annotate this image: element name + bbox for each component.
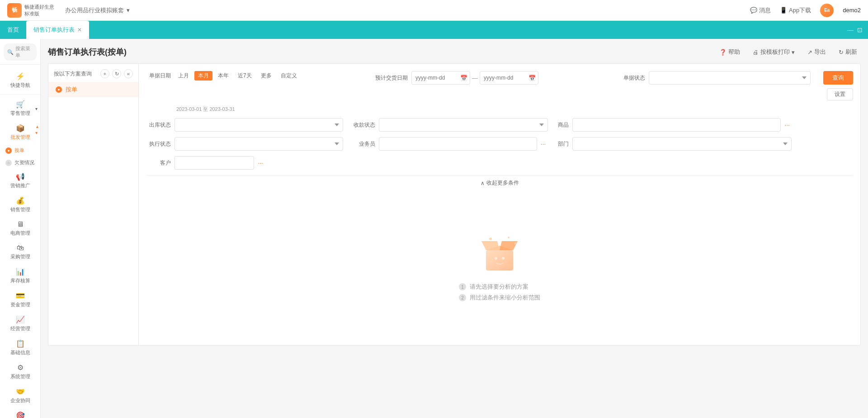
filter-section: 单据日期 上月 本月 本年 近7天 更多 自定义 xyxy=(146,71,853,190)
delivery-status-select[interactable] xyxy=(175,118,343,132)
sidebar-item-newbie[interactable]: 🎯 新手引导 xyxy=(0,408,40,418)
sidebar-search[interactable]: 🔍 搜索菜单 xyxy=(0,39,40,65)
date-separator: — xyxy=(472,75,478,81)
sidebar-item-label: 资金管理 xyxy=(10,301,30,308)
salesperson-multi-select-icon[interactable]: ··· xyxy=(539,140,548,147)
svg-point-5 xyxy=(489,238,492,240)
sidebar-item-inventory[interactable]: 📊 库存核算 xyxy=(0,264,40,288)
sidebar-item-system[interactable]: ⚙ 系统管理 xyxy=(0,360,40,384)
left-panel-item-order[interactable]: ● 按单 xyxy=(48,82,138,97)
sales-icon: 💰 xyxy=(16,196,25,205)
refresh-button[interactable]: ↻ 刷新 xyxy=(835,46,861,58)
search-icon: 🔍 xyxy=(7,49,14,55)
salesperson-label: 业务员 xyxy=(350,140,375,148)
message-button[interactable]: 💬 消息 xyxy=(750,6,771,14)
product-multi-select-icon[interactable]: ··· xyxy=(783,121,792,128)
date-tab-more[interactable]: 更多 xyxy=(257,71,275,81)
sidebar-item-label: 营销推广 xyxy=(10,182,30,189)
breadcrumb[interactable]: 办公用品行业模拟账套 ▾ xyxy=(65,6,130,14)
empty-state-icon xyxy=(477,232,522,277)
sidebar-item-label: 电商管理 xyxy=(10,230,30,237)
customer-multi-select-icon[interactable]: ··· xyxy=(256,159,265,166)
svg-point-9 xyxy=(502,257,505,260)
tab-sales-exec[interactable]: 销售订单执行表 ✕ xyxy=(26,21,89,39)
date-tab-last-month[interactable]: 上月 xyxy=(175,71,193,81)
tip-num-1: 1 xyxy=(459,283,466,290)
execution-status-select[interactable] xyxy=(175,137,343,151)
collapse-panel-button[interactable]: « xyxy=(124,69,133,78)
left-panel-header-actions: + ↻ « xyxy=(100,69,133,78)
sidebar-item-purchase[interactable]: 🛍 采购管理 xyxy=(0,240,40,264)
sidebar-sub-item-order[interactable]: ● 按单 xyxy=(0,144,40,157)
tab-maximize-icon[interactable]: ⊡ xyxy=(857,26,863,33)
left-panel-item-label: 按单 xyxy=(66,86,77,94)
search-input-area[interactable]: 🔍 搜索菜单 xyxy=(4,43,37,61)
customer-input[interactable] xyxy=(175,156,254,170)
debt-dot: ○ xyxy=(5,160,12,166)
date-tab-this-month[interactable]: 本月 xyxy=(194,71,212,81)
sidebar-nav: ⚡ 快捷导航 🛒 零售管理 📦 批发管理 ▴ ● 按单 ○ 欠资情况 📢 营销推… xyxy=(0,65,40,418)
tab-home[interactable]: 首页 xyxy=(0,21,26,39)
collapse-icon: « xyxy=(127,71,130,76)
refresh-scheme-button[interactable]: ↻ xyxy=(112,69,121,78)
date-label: 单据日期 xyxy=(146,72,171,80)
expected-delivery-range: 📅 — 📅 xyxy=(411,71,538,85)
payment-status-select[interactable] xyxy=(379,118,547,132)
expected-delivery-start-input[interactable] xyxy=(411,71,470,85)
sidebar-item-operation[interactable]: 📈 经营管理 xyxy=(0,312,40,336)
template-print-button[interactable]: 🖨 按模板打印 ▾ xyxy=(749,46,798,58)
sidebar-item-label: 销售管理 xyxy=(10,206,30,213)
tab-close-icon[interactable]: ✕ xyxy=(77,27,82,33)
sidebar-item-finance[interactable]: 💳 资金管理 xyxy=(0,288,40,312)
salesperson-input[interactable] xyxy=(379,137,537,151)
app-download-button[interactable]: 📱 App下载 xyxy=(780,6,811,14)
search-label: 搜索菜单 xyxy=(15,45,33,59)
date-range-hint: 2023-03-01 至 2023-03-31 xyxy=(176,106,235,113)
avatar-placeholder: Ea xyxy=(824,8,830,13)
export-button[interactable]: ↗ 导出 xyxy=(804,46,830,58)
collapse-button[interactable]: ∧ 收起更多条件 xyxy=(481,179,519,187)
svg-point-8 xyxy=(495,257,497,260)
collapse-arrow-icon: ∧ xyxy=(481,180,485,186)
expected-delivery-start-wrapper: 📅 xyxy=(411,71,470,85)
sidebar-item-ecommerce[interactable]: 🖥 电商管理 xyxy=(0,217,40,240)
help-button[interactable]: ❓ 帮助 xyxy=(716,46,744,58)
logo-area[interactable]: 畅 畅捷通好生意 标准版 xyxy=(7,3,54,18)
tab-minimize-icon[interactable]: — xyxy=(847,26,854,33)
marketing-icon: 📢 xyxy=(16,172,25,181)
tab-home-label: 首页 xyxy=(7,26,19,34)
sidebar-item-wholesale[interactable]: 📦 批发管理 ▴ xyxy=(0,120,40,144)
settings-button[interactable]: 设置 xyxy=(827,88,853,100)
sidebar-item-label: 快捷导航 xyxy=(10,82,30,89)
system-icon: ⚙ xyxy=(17,363,24,372)
sidebar-sub-item-debt[interactable]: ○ 欠资情况 xyxy=(0,157,40,169)
order-scheme-dot: ● xyxy=(56,86,62,93)
sidebar-item-label: 系统管理 xyxy=(10,373,30,380)
header-right: 💬 消息 📱 App下载 Ea demo2 xyxy=(750,4,861,17)
add-scheme-button[interactable]: + xyxy=(100,69,109,78)
order-status-select[interactable] xyxy=(649,71,811,85)
expected-delivery-end-input[interactable] xyxy=(480,71,538,85)
user-avatar[interactable]: Ea xyxy=(820,4,834,17)
date-tab-this-year[interactable]: 本年 xyxy=(214,71,232,81)
purchase-icon: 🛍 xyxy=(17,244,24,252)
sidebar-item-zero-retail[interactable]: 🛒 零售管理 xyxy=(0,96,40,120)
date-tab-last-7-days[interactable]: 近7天 xyxy=(234,71,255,81)
query-button[interactable]: 查询 xyxy=(823,71,853,85)
sidebar-item-marketing[interactable]: 📢 营销推广 xyxy=(0,169,40,193)
page-header: 销售订单执行表(按单) ❓ 帮助 🖨 按模板打印 ▾ ↗ 导出 ↻ 刷新 xyxy=(48,46,861,58)
product-input[interactable] xyxy=(572,118,781,132)
sidebar-item-basics[interactable]: 📋 基础信息 xyxy=(0,336,40,360)
page-title: 销售订单执行表(按单) xyxy=(48,47,127,57)
sidebar-item-enterprise[interactable]: 🤝 企业协同 xyxy=(0,384,40,408)
sidebar-item-sales[interactable]: 💰 销售管理 xyxy=(0,193,40,217)
user-name[interactable]: demo2 xyxy=(843,7,861,14)
main-content: 销售订单执行表(按单) ❓ 帮助 🖨 按模板打印 ▾ ↗ 导出 ↻ 刷新 xyxy=(41,39,868,418)
department-select[interactable] xyxy=(572,137,792,151)
page-header-actions: ❓ 帮助 🖨 按模板打印 ▾ ↗ 导出 ↻ 刷新 xyxy=(716,46,861,58)
date-tab-custom[interactable]: 自定义 xyxy=(277,71,301,81)
sidebar-item-quick-nav[interactable]: ⚡ 快捷导航 xyxy=(0,68,40,92)
content-wrapper: 按以下方案查询 + ↻ « ● 按单 xyxy=(48,64,860,345)
sub-item-label: 欠资情况 xyxy=(14,159,34,166)
finance-icon: 💳 xyxy=(16,291,25,300)
